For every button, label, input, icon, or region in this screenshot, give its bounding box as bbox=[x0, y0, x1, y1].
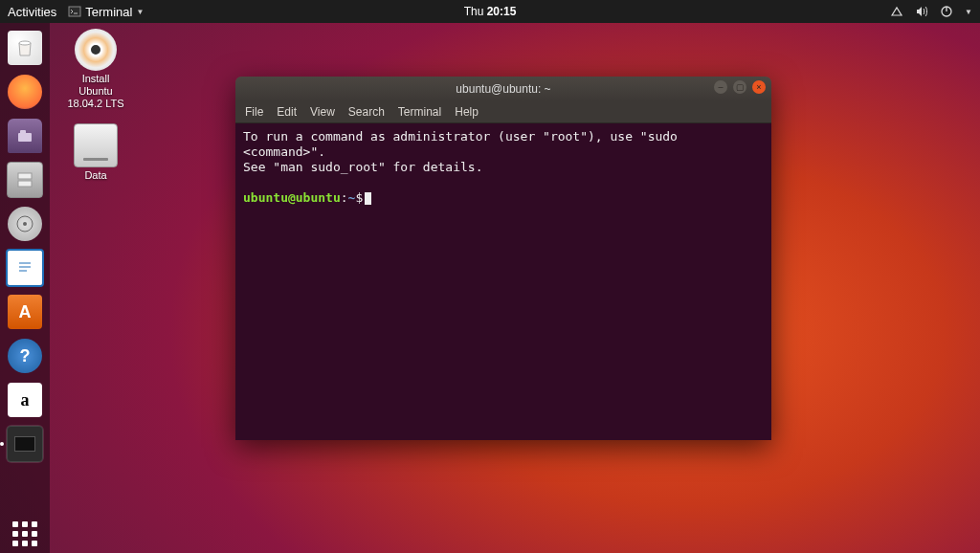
dock-nautilus[interactable] bbox=[6, 117, 44, 155]
app-indicator-label: Terminal bbox=[85, 5, 132, 19]
menu-edit[interactable]: Edit bbox=[277, 105, 297, 119]
activities-button[interactable]: Activities bbox=[8, 5, 56, 19]
svg-rect-5 bbox=[20, 130, 26, 134]
dock-terminal[interactable] bbox=[6, 425, 44, 463]
document-icon bbox=[6, 249, 44, 287]
clock-time: 20:15 bbox=[487, 5, 517, 18]
network-icon[interactable] bbox=[890, 5, 903, 18]
running-indicator-dot bbox=[0, 442, 4, 446]
menu-help[interactable]: Help bbox=[455, 105, 479, 119]
window-title: ubuntu@ubuntu: ~ bbox=[456, 82, 550, 96]
folder-icon bbox=[8, 119, 42, 153]
svg-point-9 bbox=[23, 222, 27, 226]
app-indicator[interactable]: Terminal ▼ bbox=[68, 5, 144, 19]
chevron-down-icon: ▼ bbox=[136, 8, 144, 16]
svg-rect-7 bbox=[18, 181, 32, 187]
window-titlebar[interactable]: ubuntu@ubuntu: ~ – ▢ × bbox=[235, 77, 771, 101]
prompt-user-host: ubuntu@ubuntu bbox=[243, 190, 341, 205]
power-icon[interactable] bbox=[940, 5, 953, 18]
drawer-icon bbox=[7, 162, 43, 198]
terminal-output-line: See "man sudo_root" for details. bbox=[243, 160, 764, 175]
window-minimize-button[interactable]: – bbox=[714, 80, 727, 94]
prompt-sep: : bbox=[341, 190, 348, 205]
terminal-output-line: To run a command as administrator (user … bbox=[243, 129, 764, 160]
terminal-cursor bbox=[365, 192, 371, 205]
dock-trash[interactable] bbox=[6, 29, 44, 67]
shopping-bag-icon: A bbox=[8, 295, 42, 329]
amazon-icon: a bbox=[8, 383, 42, 417]
top-bar: Activities Terminal ▼ Thu 20:15 ▼ bbox=[0, 0, 980, 23]
terminal-menubar: File Edit View Search Terminal Help bbox=[235, 101, 771, 123]
dock-amazon[interactable]: a bbox=[6, 381, 44, 419]
window-maximize-button[interactable]: ▢ bbox=[733, 80, 746, 94]
menu-terminal[interactable]: Terminal bbox=[398, 105, 441, 119]
dock-files[interactable] bbox=[6, 161, 44, 199]
svg-rect-4 bbox=[18, 133, 32, 142]
launcher-dock: A ? a bbox=[0, 23, 50, 553]
prompt-symbol: $ bbox=[355, 190, 363, 205]
dock-writer[interactable] bbox=[6, 249, 44, 287]
dock-help[interactable]: ? bbox=[6, 337, 44, 375]
terminal-window: ubuntu@ubuntu: ~ – ▢ × File Edit View Se… bbox=[235, 77, 771, 440]
data-drive-label: Data bbox=[84, 169, 106, 182]
install-ubuntu-label: Install Ubuntu 18.04.2 LTS bbox=[67, 73, 123, 110]
svg-point-3 bbox=[19, 41, 31, 45]
cd-icon bbox=[75, 29, 117, 71]
clock-day: Thu bbox=[464, 5, 484, 18]
system-menu-chevron-icon[interactable]: ▼ bbox=[965, 8, 972, 16]
drive-icon bbox=[74, 123, 118, 167]
dock-software[interactable]: A bbox=[6, 293, 44, 331]
clock[interactable]: Thu 20:15 bbox=[464, 5, 517, 18]
terminal-body[interactable]: To run a command as administrator (user … bbox=[235, 123, 771, 440]
trash-icon bbox=[8, 31, 42, 65]
install-ubuntu-launcher[interactable]: Install Ubuntu 18.04.2 LTS bbox=[67, 29, 123, 110]
svg-rect-0 bbox=[69, 7, 80, 16]
terminal-icon bbox=[7, 426, 43, 462]
dock-firefox[interactable] bbox=[6, 73, 44, 111]
menu-search[interactable]: Search bbox=[348, 105, 385, 119]
data-drive-launcher[interactable]: Data bbox=[74, 123, 118, 182]
menu-file[interactable]: File bbox=[245, 105, 263, 119]
volume-icon[interactable] bbox=[915, 5, 928, 18]
terminal-indicator-icon bbox=[68, 5, 81, 18]
desktop-icons: Install Ubuntu 18.04.2 LTS Data bbox=[57, 29, 134, 182]
terminal-prompt: ubuntu@ubuntu:~$ bbox=[243, 190, 764, 206]
show-applications-button[interactable] bbox=[6, 515, 44, 553]
menu-view[interactable]: View bbox=[310, 105, 335, 119]
music-icon bbox=[8, 207, 42, 241]
svg-rect-6 bbox=[18, 173, 32, 179]
help-icon: ? bbox=[8, 339, 42, 373]
dock-rhythmbox[interactable] bbox=[6, 205, 44, 243]
window-close-button[interactable]: × bbox=[752, 80, 766, 94]
firefox-icon bbox=[8, 75, 42, 109]
